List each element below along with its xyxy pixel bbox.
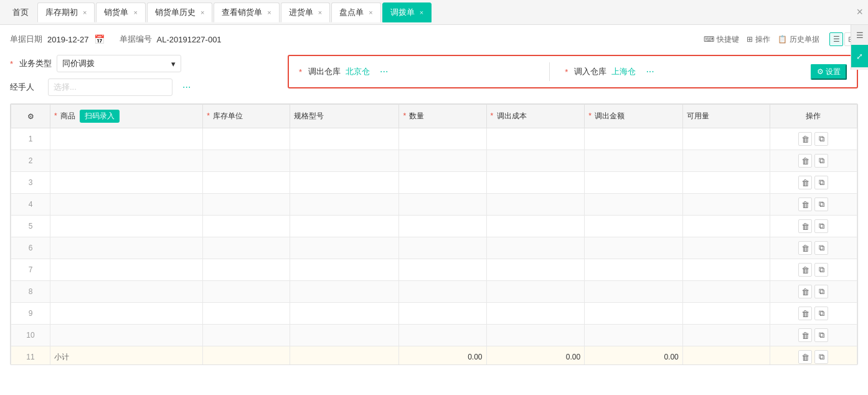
cell-cost[interactable] bbox=[486, 303, 585, 325]
copy-btn[interactable]: ⧉ bbox=[814, 154, 828, 168]
cell-product[interactable] bbox=[50, 216, 203, 237]
cell-amount[interactable] bbox=[585, 281, 683, 303]
tab-inventory-check[interactable]: 盘点单 × bbox=[331, 2, 380, 22]
cell-spec[interactable] bbox=[290, 281, 399, 303]
cell-amount[interactable] bbox=[585, 325, 683, 346]
tab-inventory-init[interactable]: 库存期初 × bbox=[37, 2, 95, 22]
cell-cost[interactable] bbox=[486, 325, 585, 346]
cell-unit[interactable] bbox=[203, 325, 290, 346]
cell-qty[interactable] bbox=[399, 325, 486, 346]
cell-spec[interactable] bbox=[290, 194, 399, 216]
close-tab-purchase-order[interactable]: × bbox=[318, 9, 322, 16]
shortcut-btn[interactable]: ⌨ 快捷键 bbox=[704, 34, 739, 45]
cell-unit[interactable] bbox=[203, 281, 290, 303]
copy-btn[interactable]: ⧉ bbox=[814, 328, 828, 342]
tab-sales-order[interactable]: 销货单 × bbox=[96, 2, 145, 22]
handler-select[interactable]: 选择... bbox=[48, 79, 172, 96]
cell-qty[interactable] bbox=[399, 194, 486, 216]
delete-btn[interactable]: 🗑 bbox=[798, 263, 812, 277]
cell-cost[interactable] bbox=[486, 172, 585, 194]
close-tab-inventory-check[interactable]: × bbox=[369, 9, 372, 16]
cell-unit[interactable] bbox=[203, 259, 290, 281]
tab-transfer-order[interactable]: 调拨单 × bbox=[382, 2, 432, 22]
delete-btn[interactable]: 🗑 bbox=[798, 307, 812, 320]
cell-cost[interactable] bbox=[486, 216, 585, 237]
cell-unit[interactable] bbox=[203, 194, 290, 216]
delete-btn[interactable]: 🗑 bbox=[798, 241, 812, 255]
close-tab-view-sales[interactable]: × bbox=[267, 9, 271, 16]
tab-home[interactable]: 首页 bbox=[5, 2, 36, 22]
delete-btn[interactable]: 🗑 bbox=[798, 176, 812, 189]
copy-btn[interactable]: ⧉ bbox=[814, 241, 828, 255]
warehouse-in-more-btn[interactable]: ··· bbox=[646, 66, 654, 77]
warehouse-out-more-btn[interactable]: ··· bbox=[380, 66, 388, 77]
tab-view-sales[interactable]: 查看销货单 × bbox=[214, 2, 279, 22]
cell-unit[interactable] bbox=[203, 216, 290, 237]
cell-unit[interactable] bbox=[203, 237, 290, 259]
cell-amount[interactable] bbox=[585, 303, 683, 325]
cell-product[interactable] bbox=[50, 259, 203, 281]
cell-unit[interactable] bbox=[203, 303, 290, 325]
cell-spec[interactable] bbox=[290, 237, 399, 259]
delete-btn[interactable]: 🗑 bbox=[798, 219, 812, 233]
delete-btn[interactable]: 🗑 bbox=[798, 154, 812, 168]
delete-btn[interactable]: 🗑 bbox=[798, 285, 812, 298]
cell-product[interactable] bbox=[50, 194, 203, 216]
cell-qty[interactable] bbox=[399, 237, 486, 259]
cell-qty[interactable] bbox=[399, 216, 486, 237]
cell-product[interactable] bbox=[50, 172, 203, 194]
calendar-icon[interactable]: 📅 bbox=[94, 34, 105, 44]
th-settings[interactable]: ⚙ bbox=[11, 105, 50, 128]
cell-spec[interactable] bbox=[290, 216, 399, 237]
cell-product[interactable] bbox=[50, 150, 203, 172]
cell-product[interactable] bbox=[50, 237, 203, 259]
cell-cost[interactable] bbox=[486, 194, 585, 216]
cell-amount[interactable] bbox=[585, 216, 683, 237]
close-tab-transfer-order[interactable]: × bbox=[420, 9, 423, 16]
cell-spec[interactable] bbox=[290, 325, 399, 346]
cell-spec[interactable] bbox=[290, 259, 399, 281]
settings-apply-btn[interactable]: ⚙ 设置 bbox=[811, 64, 847, 80]
layout-btn-list[interactable]: ☰ bbox=[829, 32, 843, 46]
sidebar-expand-btn[interactable]: ⤢ bbox=[851, 45, 869, 67]
copy-btn[interactable]: ⧉ bbox=[814, 263, 828, 277]
tab-sales-history[interactable]: 销货单历史 × bbox=[147, 2, 212, 22]
business-type-select[interactable]: 同价调拨 ▾ bbox=[57, 55, 181, 72]
cell-amount[interactable] bbox=[585, 259, 683, 281]
cell-cost[interactable] bbox=[486, 150, 585, 172]
cell-qty[interactable] bbox=[399, 259, 486, 281]
close-window-btn[interactable]: × bbox=[856, 6, 863, 19]
cell-product[interactable] bbox=[50, 325, 203, 346]
handler-more-btn[interactable]: ··· bbox=[182, 82, 191, 93]
cell-product[interactable] bbox=[50, 281, 203, 303]
cell-amount[interactable] bbox=[585, 237, 683, 259]
close-tab-sales-order[interactable]: × bbox=[133, 9, 137, 16]
cell-spec[interactable] bbox=[290, 150, 399, 172]
tab-purchase-order[interactable]: 进货单 × bbox=[281, 2, 330, 22]
cell-cost[interactable] bbox=[486, 259, 585, 281]
delete-btn[interactable]: 🗑 bbox=[798, 328, 812, 342]
copy-btn[interactable]: ⧉ bbox=[814, 132, 828, 146]
cell-product[interactable] bbox=[50, 128, 203, 150]
warehouse-in-value[interactable]: 上海仓 bbox=[611, 66, 636, 77]
cell-spec[interactable] bbox=[290, 128, 399, 150]
close-tab-sales-history[interactable]: × bbox=[200, 9, 204, 16]
cell-cost[interactable] bbox=[486, 281, 585, 303]
cell-unit[interactable] bbox=[203, 172, 290, 194]
cell-product[interactable] bbox=[50, 303, 203, 325]
warehouse-out-value[interactable]: 北京仓 bbox=[346, 66, 370, 77]
scan-input-btn[interactable]: 扫码录入 bbox=[80, 110, 120, 123]
copy-btn[interactable]: ⧉ bbox=[814, 198, 828, 211]
copy-btn[interactable]: ⧉ bbox=[814, 176, 828, 189]
cell-spec[interactable] bbox=[290, 303, 399, 325]
delete-btn[interactable]: 🗑 bbox=[798, 198, 812, 211]
cell-qty[interactable] bbox=[399, 150, 486, 172]
cell-amount[interactable] bbox=[585, 172, 683, 194]
delete-btn[interactable]: 🗑 bbox=[798, 132, 812, 146]
copy-btn[interactable]: ⧉ bbox=[814, 307, 828, 320]
delete-btn[interactable]: 🗑 bbox=[798, 350, 812, 364]
history-btn[interactable]: 📋 历史单据 bbox=[778, 34, 819, 45]
cell-amount[interactable] bbox=[585, 150, 683, 172]
cell-cost[interactable] bbox=[486, 128, 585, 150]
cell-cost[interactable] bbox=[486, 237, 585, 259]
